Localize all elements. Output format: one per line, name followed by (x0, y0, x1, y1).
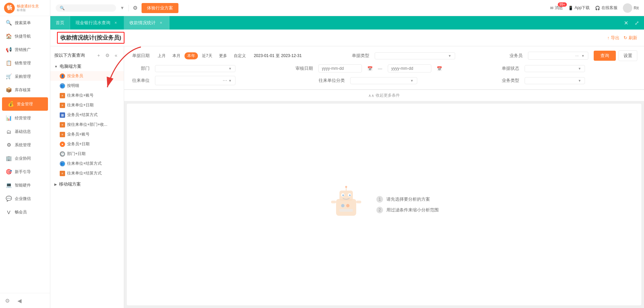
tree-group-mobile-title[interactable]: ▶ 移动端方案 (50, 179, 124, 189)
sidebar-item-sales[interactable]: 📋 销售管理 (0, 56, 50, 70)
sidebar-item-system[interactable]: ⚙ 系统管理 (0, 138, 50, 152)
tree-item-customer-account[interactable]: ≡ 往来单位+账号 (50, 91, 124, 100)
topbar-app-download[interactable]: 📱 App下载 (568, 5, 590, 11)
doc-type-select[interactable]: ▼ (375, 52, 455, 59)
tree-item-dept-date[interactable]: 🕐 部门+日期 (50, 149, 124, 159)
staff-dots[interactable]: ··· (575, 53, 579, 58)
tab-collection-stats-close[interactable]: × (158, 20, 164, 25)
sidebar-item-enterprise[interactable]: 🏢 企业协同 (0, 152, 50, 165)
tip-num-1: 1 (376, 196, 383, 203)
topbar-message[interactable]: ✉ 消息 99+ (550, 5, 563, 11)
customer-account-icon: ≡ (60, 93, 65, 98)
tab-home[interactable]: 首页 (50, 16, 70, 30)
customer-dept-icon: ≡ (60, 122, 65, 127)
tree-item-customer-settle2[interactable]: ≡ 往来单位+结算方式 (50, 168, 124, 178)
panel-settings-btn[interactable]: ⚙ (104, 52, 111, 59)
tab-close-all-btn[interactable]: ✕ (621, 18, 631, 28)
tab-collection-stats[interactable]: 收款情况统计 × (124, 16, 169, 30)
tree-item-customer-settle1[interactable]: 👥 往来单位+结算方式 (50, 159, 124, 168)
finance-icon: 💰 (7, 101, 14, 107)
sidebar-item-wechat[interactable]: 💬 企业微信 (0, 192, 50, 205)
sidebar-item-member[interactable]: V 畅会员 (0, 205, 50, 219)
sidebar-item-basic[interactable]: 🗂 基础信息 (0, 125, 50, 138)
svg-rect-0 (336, 199, 356, 216)
sidebar-item-inventory[interactable]: 📦 库存核算 (0, 83, 50, 97)
sidebar-item-marketing[interactable]: 📢 营销推广 (0, 43, 50, 56)
marketing-icon: 📢 (5, 46, 12, 53)
filter-actions: 查询 设置 (594, 50, 637, 61)
dept-label: 部门 (131, 65, 150, 71)
topbar-search[interactable]: 🔍 (56, 4, 116, 12)
topbar-divider (128, 5, 129, 11)
panel-add-btn[interactable]: + (95, 52, 102, 59)
svg-rect-12 (339, 209, 353, 212)
topbar-settings-icon[interactable]: ⚙ (133, 5, 138, 11)
date-tab-this-month[interactable]: 本月 (170, 52, 183, 59)
tree-item-staff-account[interactable]: ≡ 业务员+账号 (50, 130, 124, 139)
sidebar-item-quick-nav[interactable]: 🏠 快捷导航 (0, 30, 50, 43)
review-date-to-icon[interactable]: 📅 (437, 66, 442, 71)
tree-item-staff-settle[interactable]: ▦ 业务员+结算方式 (50, 110, 124, 120)
customer-cat-select[interactable]: ▼ (350, 77, 417, 84)
customer-dots[interactable]: ··· (223, 78, 227, 84)
date-tab-last7[interactable]: 近7天 (199, 52, 215, 59)
doc-status-select[interactable]: ▼ (525, 65, 585, 72)
date-tab-this-year[interactable]: 本年 (184, 52, 198, 59)
tree-group-desktop-title[interactable]: ▼ 电脑端方案 (50, 62, 124, 71)
page-content: 收款情况统计(按业务员) ↑ 导出 ↻ 刷新 按以下方 (50, 30, 644, 308)
customer-settle2-icon: ≡ (60, 171, 65, 176)
logo-area: 畅 畅捷通好生意 标准版 (0, 0, 50, 16)
sidebar-item-operations[interactable]: 📊 经营管理 (0, 111, 50, 125)
tab-bank-flow-label: 现金银行流水查询 (75, 20, 110, 26)
tab-maximize-btn[interactable]: ⤢ (632, 18, 641, 28)
sidebar-settings-btn[interactable]: ⚙ (3, 296, 12, 305)
user-avatar (623, 3, 632, 13)
dept-select[interactable]: ▼ (155, 65, 235, 72)
by-staff-icon: 👤 (60, 73, 65, 79)
tree-item-customer-dept[interactable]: ≡ 按往来单位+部门+收... (50, 120, 124, 130)
filter-row-2: 部门 ▼ 审核日期 📅 — 📅 (131, 64, 637, 72)
date-tab-more[interactable]: 更多 (216, 52, 230, 59)
topbar-online-service[interactable]: 🎧 在线客服 (595, 5, 618, 11)
sidebar-item-newbie[interactable]: 🎯 新手引导 (0, 165, 50, 178)
member-icon: V (5, 209, 12, 215)
tree-item-by-detail[interactable]: 👥 按明细 (50, 81, 124, 91)
query-button[interactable]: 查询 (594, 51, 616, 61)
review-date-to[interactable] (388, 64, 431, 72)
biz-type-select[interactable]: ▼ (525, 77, 585, 84)
export-button[interactable]: ↑ 导出 (607, 35, 620, 41)
customer-select[interactable]: ··· ▼ (155, 76, 235, 85)
customer-chevron: ▼ (228, 79, 232, 83)
collapse-bar[interactable]: ∧∧ 收起更多条件 (124, 90, 644, 101)
date-tab-custom[interactable]: 自定义 (231, 52, 249, 59)
staff-select[interactable]: ··· ▼ (528, 52, 588, 60)
topbar-user[interactable]: Rit (623, 3, 639, 13)
date-tab-prev-month[interactable]: 上月 (155, 52, 168, 59)
sidebar-item-purchase[interactable]: 🛒 采购管理 (0, 70, 50, 83)
doc-type-chevron: ▼ (448, 54, 451, 58)
tree-item-customer-date[interactable]: ≡ 往来单位+日期 (50, 100, 124, 110)
filter-settings-button[interactable]: 设置 (619, 50, 637, 61)
topbar-chevron[interactable]: ▼ (120, 5, 124, 10)
review-date-from[interactable] (318, 64, 362, 72)
tip-text-1: 请先选择要分析的方案 (386, 196, 430, 202)
refresh-button[interactable]: ↻ 刷新 (624, 35, 637, 41)
panel-collapse-btn[interactable]: « (112, 52, 120, 59)
logo-icon: 畅 (4, 3, 15, 13)
tip-num-2: 2 (376, 207, 383, 213)
tab-collection-stats-label: 收款情况统计 (129, 20, 156, 26)
review-date-from-icon[interactable]: 📅 (367, 66, 373, 71)
tab-bank-flow[interactable]: 现金银行流水查询 × (70, 16, 124, 30)
tree-item-by-staff[interactable]: 👤 按业务员 (50, 71, 124, 81)
svg-point-5 (349, 195, 351, 196)
sidebar-collapse-btn[interactable]: ◀ (15, 296, 24, 305)
sidebar-item-search-menu[interactable]: 🔍 搜索菜单 (0, 16, 50, 30)
trial-button[interactable]: 体验行业方案 (142, 3, 178, 13)
app-icon: 📱 (568, 6, 573, 10)
doc-status-chevron: ▼ (578, 67, 581, 70)
sidebar-item-finance[interactable]: 💰 资金管理 (2, 97, 48, 111)
sidebar-item-hardware[interactable]: 💻 智能硬件 (0, 178, 50, 192)
tab-bank-flow-close[interactable]: × (113, 20, 118, 25)
tree-item-staff-date[interactable]: ● 业务员+日期 (50, 139, 124, 149)
desktop-group-arrow: ▼ (54, 65, 58, 68)
